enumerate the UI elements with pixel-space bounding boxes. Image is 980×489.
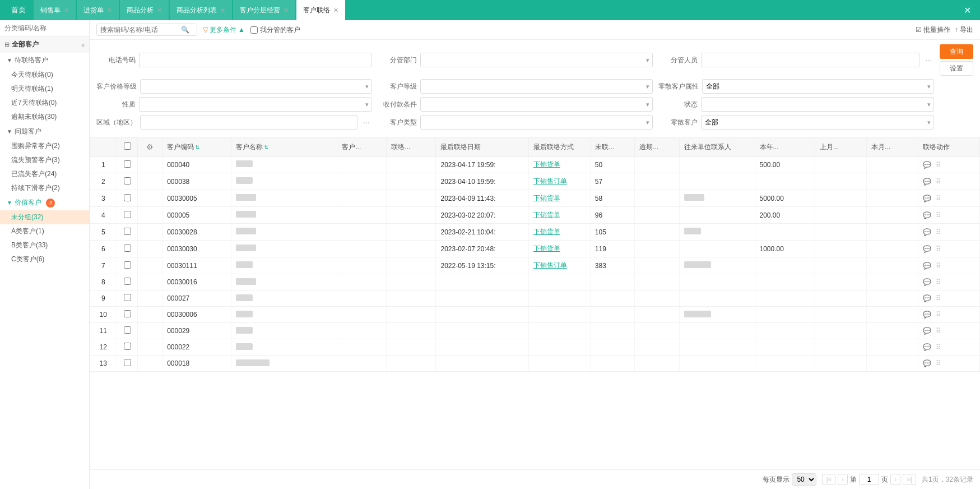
filter-manager-dots[interactable]: ··· <box>923 56 934 64</box>
chat-icon-7[interactable]: 💬 <box>923 278 931 286</box>
sidebar-collapse-icon[interactable]: « <box>81 41 85 48</box>
menu-icon-10[interactable]: ⠿ <box>936 327 941 335</box>
menu-icon-11[interactable]: ⠿ <box>936 343 941 351</box>
menu-icon-3[interactable]: ⠿ <box>936 211 941 219</box>
chat-icon-1[interactable]: 💬 <box>923 178 931 186</box>
last-way-link-0[interactable]: 下销货单 <box>533 160 560 168</box>
sidebar-item-churn-warning[interactable]: 流失预警客户(3) <box>0 153 89 167</box>
batch-operation-btn[interactable]: ☑ 批量操作 <box>916 25 950 35</box>
sidebar-item-class-b[interactable]: B类客户(33) <box>0 238 89 252</box>
export-btn[interactable]: ↑ 导出 <box>955 25 973 35</box>
filter-region-dots[interactable]: ··· <box>361 118 372 127</box>
sidebar-search-input[interactable] <box>4 24 89 32</box>
pending-contact-group[interactable]: ▼ 待联络客户 <box>0 53 89 68</box>
chat-icon-5[interactable]: 💬 <box>923 245 931 253</box>
menu-icon-12[interactable]: ⠿ <box>936 359 941 367</box>
chat-icon-0[interactable]: 💬 <box>923 161 931 169</box>
row-checkbox-3[interactable] <box>124 211 131 218</box>
tab-product-analysis-list[interactable]: 商品分析列表 ✕ <box>170 0 232 20</box>
sidebar-item-class-a[interactable]: A类客户(1) <box>0 224 89 238</box>
row-checkbox-9[interactable] <box>124 310 131 317</box>
problem-customers-group[interactable]: ▼ 问题客户 <box>0 124 89 139</box>
my-customers-checkbox[interactable] <box>250 26 258 34</box>
filter-payment-select[interactable] <box>420 97 653 112</box>
last-way-link-5[interactable]: 下销货单 <box>533 245 560 252</box>
last-way-link-2[interactable]: 下销货单 <box>533 194 560 202</box>
last-page-btn[interactable]: »| <box>903 474 916 485</box>
value-customers-group[interactable]: ▼ 价值客户 ↺ <box>0 195 89 210</box>
filter-customer-type-select[interactable] <box>420 115 653 130</box>
menu-icon-2[interactable]: ⠿ <box>936 195 941 202</box>
filter-phone-input[interactable] <box>139 53 372 67</box>
filter-retail-attr-select[interactable]: 全部 <box>702 79 934 94</box>
tab-customer-contact[interactable]: 客户联络 ✕ <box>296 0 345 20</box>
sidebar-item-declining[interactable]: 持续下滑客户(2) <box>0 181 89 195</box>
sidebar-item-abnormal-stockpile[interactable]: 囤购异常客户(2) <box>0 139 89 153</box>
last-way-link-1[interactable]: 下销售订单 <box>533 177 567 185</box>
filter-search-input[interactable] <box>100 26 179 34</box>
filter-search-icon[interactable]: 🔍 <box>181 26 189 34</box>
per-page-select[interactable]: 50 <box>792 473 816 486</box>
chat-icon-10[interactable]: 💬 <box>923 327 931 335</box>
select-all-checkbox[interactable] <box>124 142 131 150</box>
row-checkbox-1[interactable] <box>124 177 131 184</box>
chat-icon-3[interactable]: 💬 <box>923 211 931 219</box>
filter-status-select[interactable] <box>701 97 934 112</box>
tab-customer-segment[interactable]: 客户分层经营 ✕ <box>233 0 295 20</box>
row-checkbox-10[interactable] <box>124 326 131 334</box>
menu-icon-9[interactable]: ⠿ <box>936 311 941 319</box>
menu-icon-1[interactable]: ⠿ <box>936 178 941 186</box>
chat-icon-12[interactable]: 💬 <box>923 359 931 367</box>
column-settings-button[interactable]: ⚙ <box>144 141 156 153</box>
row-checkbox-12[interactable] <box>124 359 131 366</box>
tab-sales-order[interactable]: 销售单 ✕ <box>34 0 76 20</box>
close-customer-contact-icon[interactable]: ✕ <box>333 7 338 14</box>
chat-icon-2[interactable]: 💬 <box>923 195 931 202</box>
row-checkbox-5[interactable] <box>124 245 131 252</box>
window-close-button[interactable]: ✕ <box>959 5 976 16</box>
sidebar-item-tomorrow-pending[interactable]: 明天待联络(1) <box>0 82 89 96</box>
row-checkbox-0[interactable] <box>124 160 131 168</box>
reset-button[interactable]: 设置 <box>940 61 973 76</box>
chat-icon-6[interactable]: 💬 <box>923 262 931 270</box>
row-checkbox-6[interactable] <box>124 261 131 269</box>
row-checkbox-8[interactable] <box>124 294 131 301</box>
row-checkbox-2[interactable] <box>124 194 131 201</box>
last-way-link-4[interactable]: 下销货单 <box>533 228 560 236</box>
prev-page-btn[interactable]: ‹ <box>838 474 848 485</box>
filter-price-level-select[interactable] <box>140 79 372 94</box>
sort-name-icon[interactable]: ⇅ <box>264 144 268 150</box>
next-page-btn[interactable]: › <box>890 474 900 485</box>
filter-nature-select[interactable] <box>139 97 372 112</box>
row-checkbox-11[interactable] <box>124 343 131 350</box>
sidebar-item-ungrouped[interactable]: 未分组(32) <box>0 210 89 224</box>
menu-icon-0[interactable]: ⠿ <box>936 161 941 169</box>
menu-icon-4[interactable]: ⠿ <box>936 228 941 236</box>
close-sales-order-icon[interactable]: ✕ <box>64 7 69 14</box>
tab-purchase-order[interactable]: 进货单 ✕ <box>77 0 119 20</box>
tab-product-analysis[interactable]: 商品分析 ✕ <box>120 0 169 20</box>
sidebar-item-class-c[interactable]: C类客户(6) <box>0 252 89 266</box>
filter-retail-select[interactable]: 全部 <box>701 115 934 130</box>
menu-icon-5[interactable]: ⠿ <box>936 245 941 253</box>
close-purchase-order-icon[interactable]: ✕ <box>107 7 112 14</box>
home-tab[interactable]: 首页 <box>4 0 32 20</box>
chat-icon-8[interactable]: 💬 <box>923 294 931 302</box>
page-input[interactable] <box>859 474 879 485</box>
menu-icon-6[interactable]: ⠿ <box>936 262 941 270</box>
sidebar-item-7day-pending[interactable]: 近7天待联络(0) <box>0 96 89 110</box>
close-customer-segment-icon[interactable]: ✕ <box>284 7 289 14</box>
filter-region-input[interactable] <box>140 115 357 130</box>
sort-code-icon[interactable]: ⇅ <box>195 144 199 150</box>
last-way-link-6[interactable]: 下销售订单 <box>533 261 567 269</box>
menu-icon-7[interactable]: ⠿ <box>936 278 941 286</box>
all-customers-header[interactable]: ⊞ 全部客户 « <box>0 36 89 53</box>
filter-customer-level-select[interactable] <box>420 79 653 94</box>
chat-icon-4[interactable]: 💬 <box>923 228 931 236</box>
query-button[interactable]: 查询 <box>940 44 973 59</box>
chat-icon-9[interactable]: 💬 <box>923 311 931 319</box>
last-way-link-3[interactable]: 下销货单 <box>533 211 560 219</box>
more-conditions-btn[interactable]: ▽ 更多条件 ▲ <box>203 25 245 35</box>
sidebar-item-overdue-pending[interactable]: 逾期未联络(30) <box>0 110 89 124</box>
row-checkbox-7[interactable] <box>124 278 131 285</box>
